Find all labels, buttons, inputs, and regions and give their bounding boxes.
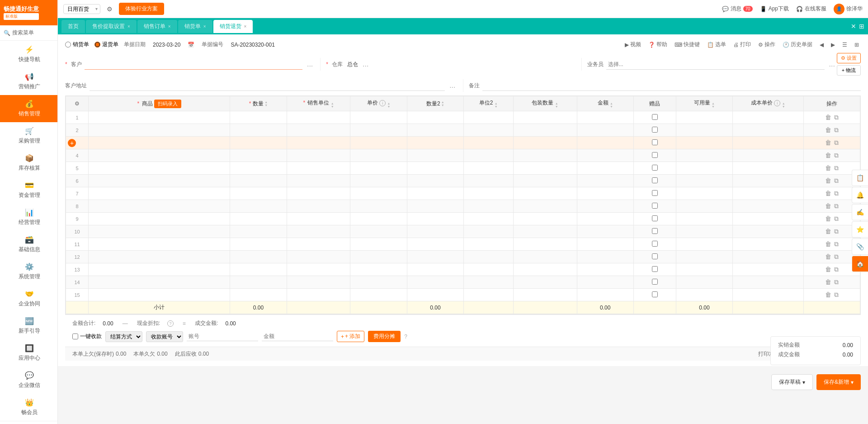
settings-btn[interactable]: ⚙ 设置: [837, 53, 861, 63]
customer-service-item[interactable]: 🎧 在线客服: [796, 5, 826, 13]
pack-cell-10[interactable]: [513, 225, 577, 238]
topbar-gear-icon[interactable]: ⚙: [104, 4, 115, 14]
qty-cell-2[interactable]: [230, 124, 287, 137]
product-cell-5[interactable]: [89, 162, 230, 175]
unit-cell-3[interactable]: [287, 137, 350, 149]
available-cell-10[interactable]: [676, 225, 732, 238]
copy-row-btn-10[interactable]: ⧉: [834, 228, 839, 235]
gift-checkbox-5[interactable]: [652, 165, 658, 171]
qty2-cell-10[interactable]: [407, 225, 463, 238]
cost-price-cell-13[interactable]: [733, 263, 804, 276]
tab-price-settings-close[interactable]: ×: [127, 24, 130, 29]
sidebar-item-operation[interactable]: 📊 经营管理: [0, 204, 57, 231]
copy-row-btn-3[interactable]: ⧉: [834, 139, 839, 147]
toolbar-operate-btn[interactable]: ⚙ 操作: [756, 40, 777, 49]
qty2-cell-8[interactable]: [407, 200, 463, 213]
unit-cell-4[interactable]: [287, 149, 350, 162]
radio-sales[interactable]: 销货单: [65, 41, 89, 48]
experience-btn[interactable]: 体验行业方案: [119, 3, 164, 15]
tab-price-settings[interactable]: 售价提取设置 ×: [86, 20, 137, 33]
delete-row-btn-9[interactable]: 🗑: [825, 215, 831, 223]
amount-cell-6[interactable]: [577, 175, 633, 187]
available-cell-1[interactable]: [676, 111, 732, 124]
float-btn-2[interactable]: 🔔: [852, 187, 868, 203]
sidebar-item-guide[interactable]: 🆕 新手引导: [0, 312, 57, 339]
delete-row-btn-5[interactable]: 🗑: [825, 164, 831, 172]
tab-close-all-btn[interactable]: ✕: [851, 23, 856, 30]
staff-more-btn[interactable]: ...: [827, 60, 837, 68]
product-cell-12[interactable]: [89, 251, 230, 263]
float-btn-3[interactable]: ✍: [852, 204, 868, 220]
qty2-cell-3[interactable]: [407, 137, 463, 149]
qty2-cell-2[interactable]: [407, 124, 463, 137]
amount-input[interactable]: [262, 332, 333, 341]
qty-cell-5[interactable]: [230, 162, 287, 175]
industry-select[interactable]: 日用百货: [63, 4, 100, 14]
unit-cell-7[interactable]: [287, 187, 350, 200]
unit2-cell-7[interactable]: [464, 187, 514, 200]
unit-sort-arrows[interactable]: ▲ ▼: [331, 102, 334, 108]
delete-row-btn-14[interactable]: 🗑: [825, 278, 831, 286]
qty-sort-up[interactable]: ▲: [264, 100, 268, 104]
qty-cell-8[interactable]: [230, 200, 287, 213]
gift-checkbox-11[interactable]: [652, 241, 658, 247]
gift-cell-10[interactable]: [633, 225, 676, 238]
product-cell-9[interactable]: [89, 213, 230, 225]
price-cell-8[interactable]: [350, 200, 407, 213]
product-cell-1[interactable]: [89, 111, 230, 124]
delete-row-btn-11[interactable]: 🗑: [825, 240, 831, 248]
bank-account-select[interactable]: 收款账号: [146, 331, 183, 342]
pack-cell-6[interactable]: [513, 175, 577, 187]
available-cell-14[interactable]: [676, 276, 732, 289]
remark-input[interactable]: [482, 81, 861, 91]
unit-cell-1[interactable]: [287, 111, 350, 124]
gift-cell-2[interactable]: [633, 124, 676, 137]
tab-layout-btn[interactable]: ⊞: [859, 23, 864, 30]
address-more-btn[interactable]: ...: [448, 81, 457, 90]
qty-cell-6[interactable]: [230, 175, 287, 187]
available-cell-13[interactable]: [676, 263, 732, 276]
qty2-cell-14[interactable]: [407, 276, 463, 289]
product-cell-11[interactable]: [89, 238, 230, 251]
qty-cell-14[interactable]: [230, 276, 287, 289]
unit-cell-11[interactable]: [287, 238, 350, 251]
delete-row-btn-10[interactable]: 🗑: [825, 228, 831, 235]
qty-cell-7[interactable]: [230, 187, 287, 200]
product-cell-10[interactable]: [89, 225, 230, 238]
price-cell-13[interactable]: [350, 263, 407, 276]
amount-cell-1[interactable]: [577, 111, 633, 124]
available-cell-3[interactable]: [676, 137, 732, 149]
product-input-3[interactable]: [90, 140, 228, 146]
amount-cell-5[interactable]: [577, 162, 633, 175]
sidebar-item-inventory[interactable]: 📦 库存核算: [0, 149, 57, 176]
qty2-cell-11[interactable]: [407, 238, 463, 251]
customer-input[interactable]: [85, 59, 302, 70]
amount-cell-15[interactable]: [577, 289, 633, 301]
delete-row-btn-8[interactable]: 🗑: [825, 202, 831, 210]
cost-price-cell-5[interactable]: [733, 162, 804, 175]
qty2-cell-13[interactable]: [407, 263, 463, 276]
sidebar-item-basic[interactable]: 🗃️ 基础信息: [0, 231, 57, 258]
sidebar-item-sales[interactable]: 💰 销售管理: [0, 95, 57, 122]
price-cell-12[interactable]: [350, 251, 407, 263]
qty-cell-11[interactable]: [230, 238, 287, 251]
copy-row-btn-2[interactable]: ⧉: [834, 126, 839, 134]
pack-cell-14[interactable]: [513, 276, 577, 289]
float-btn-4[interactable]: ⭐: [852, 221, 868, 238]
qty-cell-9[interactable]: [230, 213, 287, 225]
unit2-cell-4[interactable]: [464, 149, 514, 162]
unit2-cell-9[interactable]: [464, 213, 514, 225]
cost-price-cell-4[interactable]: [733, 149, 804, 162]
gift-checkbox-14[interactable]: [652, 279, 658, 285]
sidebar-item-apps[interactable]: 🔲 应用中心: [0, 339, 57, 367]
pack-cell-5[interactable]: [513, 162, 577, 175]
toolbar-history-btn[interactable]: 🕐 历史单据: [781, 40, 814, 49]
column-gear-icon[interactable]: ⚙: [75, 100, 80, 107]
th-gear[interactable]: ⚙: [66, 96, 89, 111]
copy-row-btn-5[interactable]: ⧉: [834, 164, 839, 172]
available-cell-8[interactable]: [676, 200, 732, 213]
cost-price-info-icon[interactable]: i: [774, 100, 780, 106]
unit-cell-15[interactable]: [287, 289, 350, 301]
pack-cell-4[interactable]: [513, 149, 577, 162]
pack-cell-12[interactable]: [513, 251, 577, 263]
